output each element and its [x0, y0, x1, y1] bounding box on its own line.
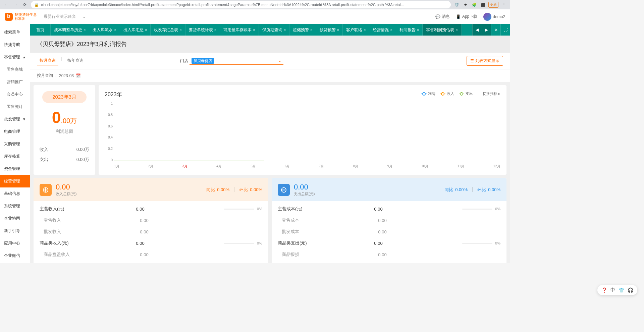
- list-icon: ☰: [470, 59, 474, 63]
- legend-dot: [440, 94, 445, 94]
- tab-prev-button[interactable]: ◀: [472, 24, 482, 36]
- tab[interactable]: 要货单统计表×: [185, 24, 220, 36]
- sidebar-item[interactable]: 基础信息: [0, 187, 30, 200]
- close-icon[interactable]: ×: [390, 28, 392, 32]
- sidebar-item[interactable]: 应用中心: [0, 237, 30, 250]
- sidebar-item[interactable]: 畅会员: [0, 262, 30, 263]
- sidebar-item[interactable]: 新手引导: [0, 225, 30, 237]
- ext-icon[interactable]: 🧩: [471, 1, 478, 8]
- close-icon[interactable]: ×: [364, 28, 366, 32]
- url-bar[interactable]: 🔒 cloud.chanjet.com/hsy/u4oor74daqxn/lol…: [31, 1, 451, 8]
- income-panel: ⊕ 0.00 收入总额(元) 同比0.00% 环比0.00% 主营收入(元)0.…: [34, 178, 268, 263]
- back-button[interactable]: ←: [3, 1, 9, 8]
- table-row: 商品类支出(元)0.000%: [278, 237, 500, 249]
- list-view-button[interactable]: ☰ 列表方式显示: [467, 56, 503, 66]
- main-layout: 搜索菜单快捷导航零售管理▲零售商城营销推广会员中心零售统计批发管理▼电商管理采购…: [0, 24, 510, 263]
- close-icon[interactable]: ×: [145, 28, 147, 32]
- tab[interactable]: 收发存汇总表×: [151, 24, 185, 36]
- tab-next-button[interactable]: ▶: [482, 24, 491, 36]
- separator: [472, 187, 473, 192]
- ext-icon[interactable]: ★: [462, 1, 469, 8]
- profit-int: 0: [52, 109, 61, 126]
- browser-bar: ← → ⟳ 🔒 cloud.chanjet.com/hsy/u4oor74daq…: [0, 0, 510, 9]
- sidebar-item[interactable]: 企业协同: [0, 212, 30, 225]
- query-tabs: 按月查询 | 按年查询: [37, 56, 86, 65]
- sidebar-item[interactable]: 企业微信: [0, 250, 30, 262]
- sidebar-item[interactable]: 零售统计: [0, 101, 30, 113]
- table-row: 商品盘盈收入0.00: [40, 249, 262, 260]
- close-icon[interactable]: ×: [253, 28, 255, 32]
- tab[interactable]: 零售利润预估表×: [423, 24, 461, 36]
- chart-legend: 利润 收入 支出: [421, 91, 473, 96]
- sidebar-item[interactable]: 批发管理▼: [0, 113, 30, 125]
- tab-by-month[interactable]: 按月查询: [37, 56, 58, 65]
- tab-close-button[interactable]: ✕: [491, 24, 500, 36]
- reload-button[interactable]: ⟳: [21, 1, 28, 8]
- ext-icon[interactable]: 🛡️: [453, 1, 460, 8]
- tab[interactable]: 可用量库存账本×: [220, 24, 259, 36]
- table-row: 批发成本0.00: [278, 226, 500, 237]
- tab[interactable]: 出入库流水×: [89, 24, 120, 36]
- sidebar-item[interactable]: 资金管理: [0, 163, 30, 175]
- sidebar-item[interactable]: 搜索菜单: [0, 26, 30, 39]
- table-row: 商品报损0.00: [278, 249, 500, 260]
- chart-line: [114, 161, 264, 161]
- sidebar-item[interactable]: 会员中心: [0, 88, 30, 101]
- close-icon[interactable]: ×: [284, 28, 286, 32]
- close-icon[interactable]: ×: [179, 28, 181, 32]
- legend-profit[interactable]: 利润: [421, 91, 435, 96]
- y-axis: 10.80.60.40.20: [105, 102, 113, 162]
- legend-expense[interactable]: 支出: [459, 91, 473, 96]
- sidebar-item[interactable]: 库存核算: [0, 150, 30, 163]
- tab[interactable]: 缺货预警×: [316, 24, 343, 36]
- ext-icon[interactable]: ⬛: [480, 1, 486, 8]
- org-selector[interactable]: 母婴行业演示账套 ⌄: [44, 14, 86, 19]
- forward-button[interactable]: →: [12, 1, 19, 8]
- tab[interactable]: 成本调整单历史×: [51, 24, 89, 36]
- tab-by-year[interactable]: 按年查询: [65, 56, 86, 65]
- expense-mom: 环比0.00%: [477, 187, 500, 193]
- month-pill: 2023年3月: [42, 91, 87, 103]
- sidebar-item[interactable]: 系统管理: [0, 200, 30, 212]
- logo-block: 畅捷通好生意 标准版: [15, 12, 44, 21]
- close-icon[interactable]: ×: [310, 28, 312, 32]
- legend-income[interactable]: 收入: [440, 91, 454, 96]
- close-icon[interactable]: ×: [114, 28, 116, 32]
- sidebar-item[interactable]: 经营管理: [0, 175, 30, 187]
- tab[interactable]: 经营情况×: [369, 24, 396, 36]
- tab[interactable]: 首页: [30, 24, 51, 36]
- close-icon[interactable]: ×: [214, 28, 216, 32]
- sidebar-item[interactable]: 电商管理: [0, 125, 30, 138]
- sidebar-item[interactable]: 零售管理▲: [0, 51, 30, 63]
- tab[interactable]: 保质期查询×: [259, 24, 289, 36]
- tab[interactable]: 利润报告×: [396, 24, 423, 36]
- expense-stats: 同比0.00% 环比0.00%: [444, 187, 500, 193]
- download-link[interactable]: 📱App下载: [456, 14, 477, 19]
- close-icon[interactable]: ×: [84, 28, 86, 32]
- content-area: 首页成本调整单历史×出入库流水×出入库汇总×收发存汇总表×要货单统计表×可用量库…: [30, 24, 510, 263]
- tab[interactable]: 客户联络×: [343, 24, 369, 36]
- close-icon[interactable]: ×: [337, 28, 339, 32]
- close-icon[interactable]: ×: [455, 28, 458, 32]
- date-label: 按月查询：: [37, 73, 57, 78]
- sidebar-item[interactable]: 零售商城: [0, 63, 30, 76]
- user-menu[interactable]: demo2: [483, 13, 505, 21]
- sidebar-item[interactable]: 营销推广: [0, 76, 30, 88]
- store-input[interactable]: 贝贝母婴店 ⌄: [190, 57, 283, 65]
- sidebar-item[interactable]: 快捷导航: [0, 39, 30, 51]
- sidebar-item[interactable]: 采购管理: [0, 138, 30, 150]
- expense-total-label: 支出总额(元): [294, 191, 315, 197]
- expense-total: 0.00: [294, 183, 315, 191]
- tab[interactable]: 超储预警×: [289, 24, 316, 36]
- tab[interactable]: 出入库汇总×: [120, 24, 151, 36]
- messages-link[interactable]: 💬消息: [435, 14, 450, 19]
- panels-row: ⊕ 0.00 收入总额(元) 同比0.00% 环比0.00% 主营收入(元)0.…: [30, 175, 510, 263]
- tab-expand-button[interactable]: ⛶: [500, 24, 510, 36]
- update-button[interactable]: 更新: [488, 2, 498, 8]
- menu-icon[interactable]: ⋮: [500, 1, 507, 8]
- close-icon[interactable]: ×: [417, 28, 419, 32]
- chart-area[interactable]: 10.80.60.40.20 1月2月3月4月5月6月7月8月9月10月11月1…: [105, 102, 500, 169]
- page-scroll[interactable]: 《贝贝母婴店》2023年3月利润报告 按月查询 | 按年查询 门店 贝贝母婴店 …: [30, 36, 510, 263]
- switch-indicator[interactable]: 切换指标 ▸: [483, 91, 500, 96]
- calendar-icon[interactable]: 📅: [76, 73, 81, 78]
